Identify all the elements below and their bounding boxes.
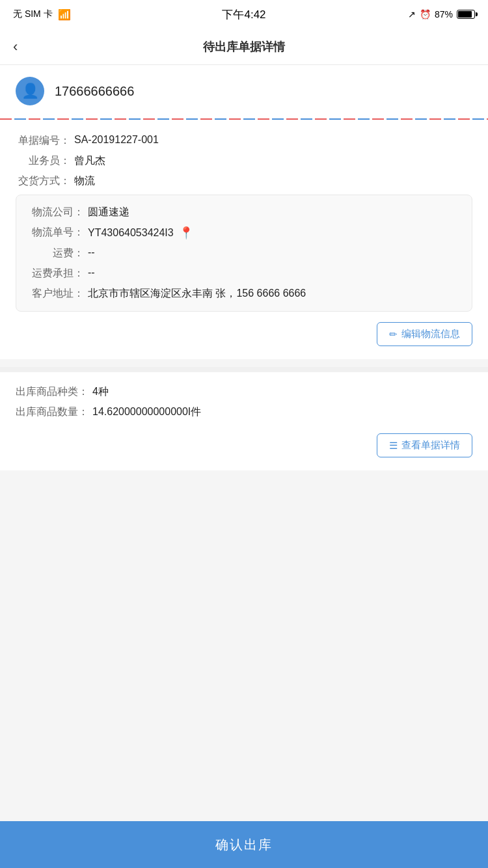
order-info-section: 单据编号： SA-20191227-001 业务员： 曾凡杰 交货方式： 物流 … [0,121,488,359]
status-bar: 无 SIM 卡 📶 下午4:42 ↗ ⏰ 87% [0,0,488,29]
view-detail-label: 查看单据详情 [401,439,460,452]
empty-space [0,478,488,821]
logistics-company-label: 物流公司： [29,206,88,219]
edit-btn-label: 编辑物流信息 [401,328,460,340]
edit-icon: ✏ [389,329,398,340]
confirm-button[interactable]: 确认出库 [215,836,273,854]
dashed-divider [0,117,488,121]
battery-label: 87% [435,9,453,20]
section-separator [0,367,488,372]
address-label: 客户地址： [29,287,88,301]
edit-logistics-button[interactable]: ✏ 编辑物流信息 [377,322,472,346]
logistics-company-row: 物流公司： 圆通速递 [29,206,459,219]
location-pin-icon[interactable]: 📍 [179,226,193,240]
delivery-row: 交货方式： 物流 [16,174,472,188]
page-title: 待出库单据详情 [203,39,285,55]
product-category-label: 出库商品种类： [16,385,92,399]
customer-phone: 17666666666 [55,84,134,99]
logistics-tracking-value: YT43064053424I3 📍 [88,226,459,240]
salesman-row: 业务员： 曾凡杰 [16,154,472,168]
freight-label: 运费： [29,247,88,260]
freight-row: 运费： -- [29,247,459,260]
salesman-label: 业务员： [16,154,74,168]
product-quantity-value: 14.62000000000000I件 [92,405,472,419]
carrier-label: 无 SIM 卡 [13,8,53,20]
avatar-icon: 👤 [21,83,39,100]
logistics-tracking-label: 物流单号： [29,226,88,239]
product-section: 出库商品种类： 4种 出库商品数量： 14.62000000000000I件 ☰… [0,372,488,470]
logistics-tracking-row: 物流单号： YT43064053424I3 📍 [29,226,459,240]
product-category-value: 4种 [92,385,472,399]
address-row: 客户地址： 北京市市辖区海淀区永丰南 张，156 6666 6666 [29,287,459,301]
location-status-icon: ↗ [408,9,416,20]
battery-icon [457,10,475,19]
customer-section: 👤 17666666666 [0,65,488,117]
product-category-row: 出库商品种类： 4种 [16,385,472,399]
back-button[interactable]: ‹ [8,33,23,61]
freight-bear-label: 运费承担： [29,267,88,280]
freight-bear-row: 运费承担： -- [29,267,459,280]
product-quantity-row: 出库商品数量： 14.62000000000000I件 [16,405,472,419]
list-icon: ☰ [389,440,398,452]
bottom-bar: 确认出库 [0,821,488,868]
order-no-row: 单据编号： SA-20191227-001 [16,134,472,148]
delivery-value: 物流 [74,174,472,188]
address-value: 北京市市辖区海淀区永丰南 张，156 6666 6666 [88,287,459,301]
order-no-label: 单据编号： [16,134,74,148]
view-detail-button[interactable]: ☰ 查看单据详情 [377,433,472,457]
status-time: 下午4:42 [222,7,265,22]
salesman-value: 曾凡杰 [74,154,472,168]
status-right: ↗ ⏰ 87% [408,9,475,20]
nav-bar: ‹ 待出库单据详情 [0,29,488,65]
wifi-icon: 📶 [58,8,71,21]
alarm-icon: ⏰ [420,9,431,20]
view-detail-btn-row: ☰ 查看单据详情 [16,426,472,460]
logistics-company-value: 圆通速递 [88,206,459,219]
order-no-value: SA-20191227-001 [74,134,472,146]
edit-btn-row: ✏ 编辑物流信息 [16,314,472,349]
delivery-label: 交货方式： [16,174,74,188]
freight-bear-value: -- [88,267,459,278]
status-left: 无 SIM 卡 📶 [13,8,71,21]
product-quantity-label: 出库商品数量： [16,405,92,419]
logistics-card: 物流公司： 圆通速递 物流单号： YT43064053424I3 📍 运费： -… [16,195,472,312]
freight-value: -- [88,247,459,258]
avatar: 👤 [16,77,44,105]
